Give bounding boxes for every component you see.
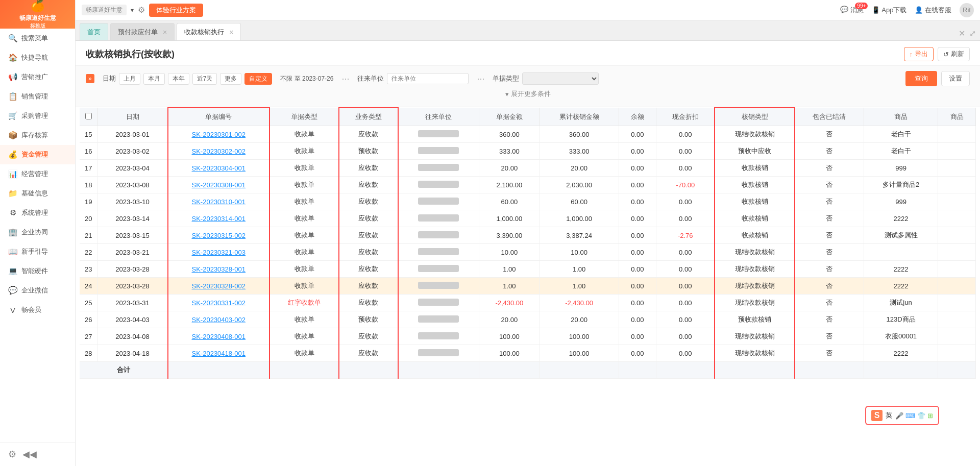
th-verified[interactable]: 累计核销金额 bbox=[540, 108, 619, 126]
sidebar-item-finance[interactable]: 💰资金管理 bbox=[0, 145, 75, 164]
table-row[interactable]: 21 2023-03-15 SK-20230315-002 收款单 应收款 3,… bbox=[80, 227, 976, 244]
cell-bill-no[interactable]: SK-20230328-001 bbox=[168, 261, 270, 278]
tab-payment-close[interactable]: × bbox=[229, 28, 233, 36]
collapse-icon[interactable]: ◀◀ bbox=[22, 449, 37, 460]
expand-filter-btn[interactable]: ▾ 展开更多条件 bbox=[505, 89, 551, 99]
cell-bill-no[interactable]: SK-20230301-002 bbox=[168, 126, 270, 143]
cell-bill-no[interactable]: SK-20230408-001 bbox=[168, 328, 270, 345]
th-bill-no[interactable]: 单据编号 bbox=[168, 108, 270, 126]
cell-bill-no[interactable]: SK-20230403-002 bbox=[168, 311, 270, 328]
online-service-btn[interactable]: 👤 在线客服 bbox=[915, 6, 951, 15]
date-btn-7days[interactable]: 近7天 bbox=[192, 73, 217, 85]
sidebar-item-enterprise[interactable]: 🏢企业协同 bbox=[0, 223, 75, 242]
export-button[interactable]: ↑ 导出 bbox=[904, 47, 934, 61]
setting-button[interactable]: 设置 bbox=[941, 71, 970, 86]
logo-sub: 标推版 bbox=[30, 22, 45, 30]
sidebar-item-operations[interactable]: 📊经营管理 bbox=[0, 164, 75, 184]
th-product[interactable]: 商品 bbox=[864, 108, 938, 126]
table-row[interactable]: 19 2023-03-10 SK-20230310-001 收款单 应收款 60… bbox=[80, 193, 976, 210]
date-btn-more[interactable]: 更多 bbox=[220, 73, 241, 85]
window-expand-icon[interactable]: ⤢ bbox=[969, 29, 976, 38]
sidebar-item-quicknav[interactable]: 🏠快捷导航 bbox=[0, 48, 75, 67]
table-row[interactable]: 27 2023-04-08 SK-20230408-001 收款单 应收款 10… bbox=[80, 328, 976, 345]
th-amount[interactable]: 单据金额 bbox=[479, 108, 540, 126]
tab-prepay-close[interactable]: × bbox=[163, 28, 167, 36]
tab-prepay[interactable]: 预付款应付单 × bbox=[110, 23, 175, 40]
tab-payment[interactable]: 收款核销执行 × bbox=[177, 23, 241, 40]
table-row[interactable]: 16 2023-03-02 SK-20230302-002 收款单 预收款 33… bbox=[80, 143, 976, 160]
cell-bill-no[interactable]: SK-20230304-001 bbox=[168, 160, 270, 177]
th-biz-type[interactable]: 业务类型 bbox=[339, 108, 398, 126]
cell-verified: 100.00 bbox=[540, 345, 619, 362]
table-row[interactable]: 20 2023-03-14 SK-20230314-001 收款单 应收款 1,… bbox=[80, 210, 976, 227]
cell-bill-no[interactable]: SK-20230315-002 bbox=[168, 227, 270, 244]
footer-discount bbox=[656, 362, 715, 379]
cell-bill-no[interactable]: SK-20230302-002 bbox=[168, 143, 270, 160]
tab-home[interactable]: 首页 bbox=[80, 23, 108, 40]
sidebar-icon-guide: 📖 bbox=[8, 247, 17, 256]
sidebar-item-search[interactable]: 🔍搜索菜单 bbox=[0, 29, 75, 48]
sidebar-item-guide[interactable]: 📖新手引导 bbox=[0, 242, 75, 261]
table-row[interactable]: 17 2023-03-04 SK-20230304-001 收款单 应收款 20… bbox=[80, 160, 976, 177]
sidebar-item-hardware[interactable]: 💻智能硬件 bbox=[0, 261, 75, 281]
th-product2[interactable]: 商品 bbox=[938, 108, 976, 126]
cell-product bbox=[864, 244, 938, 261]
table-row[interactable]: 18 2023-03-08 SK-20230308-001 收款单 应收款 2,… bbox=[80, 177, 976, 193]
sidebar-item-inventory[interactable]: 📦库存核算 bbox=[0, 126, 75, 145]
filter-unit-input[interactable] bbox=[387, 73, 469, 84]
table-row[interactable]: 23 2023-03-28 SK-20230328-001 收款单 应收款 1.… bbox=[80, 261, 976, 278]
message-wrap[interactable]: 💬 消息 99+ bbox=[840, 6, 864, 15]
th-discount[interactable]: 现金折扣 bbox=[656, 108, 715, 126]
cell-bill-no[interactable]: SK-20230331-002 bbox=[168, 295, 270, 311]
topnav-dropdown[interactable]: ▾ bbox=[131, 7, 134, 14]
cell-bill-no[interactable]: SK-20230308-001 bbox=[168, 177, 270, 193]
cell-verify-type: 现结收款核销 bbox=[715, 345, 794, 362]
refresh-button[interactable]: ↺ 刷新 bbox=[938, 47, 970, 61]
cell-balance: 0.00 bbox=[619, 295, 656, 311]
cell-bill-no[interactable]: SK-20230418-001 bbox=[168, 345, 270, 362]
date-btn-this-month[interactable]: 本月 bbox=[143, 73, 165, 85]
settings-icon[interactable]: ⚙ bbox=[8, 449, 16, 460]
filter-receipt-select[interactable] bbox=[522, 72, 599, 85]
cell-discount: 0.00 bbox=[656, 244, 715, 261]
date-btn-prev-month[interactable]: 上月 bbox=[119, 73, 140, 85]
table-row[interactable]: 26 2023-04-03 SK-20230403-002 收款单 预收款 20… bbox=[80, 311, 976, 328]
cell-bill-no[interactable]: SK-20230321-003 bbox=[168, 244, 270, 261]
table-row[interactable]: 22 2023-03-21 SK-20230321-003 收款单 应收款 10… bbox=[80, 244, 976, 261]
filter-toggle[interactable]: » bbox=[86, 74, 94, 83]
table-row[interactable]: 15 2023-03-01 SK-20230301-002 收款单 应收款 36… bbox=[80, 126, 976, 143]
filter-date: 日期 上月 本月 本年 近7天 更多 自定义 bbox=[103, 73, 273, 85]
table-row[interactable]: 28 2023-04-18 SK-20230418-001 收款单 应收款 10… bbox=[80, 345, 976, 362]
sidebar-item-basics[interactable]: 📁基础信息 bbox=[0, 184, 75, 203]
query-button[interactable]: 查询 bbox=[905, 71, 937, 86]
solution-button[interactable]: 体验行业方案 bbox=[149, 4, 203, 17]
cell-bill-no[interactable]: SK-20230314-001 bbox=[168, 210, 270, 227]
th-included[interactable]: 包含已结清 bbox=[795, 108, 864, 126]
topnav-logo-area: 畅康道好生意 ▾ ⚙ bbox=[82, 5, 145, 15]
table-row[interactable]: 24 2023-03-28 SK-20230328-002 收款单 应收款 1.… bbox=[80, 278, 976, 295]
th-bill-type[interactable]: 单据类型 bbox=[270, 108, 339, 126]
sidebar-item-wechat[interactable]: 💬企业微信 bbox=[0, 281, 75, 300]
date-btn-custom[interactable]: 自定义 bbox=[244, 73, 272, 85]
cell-bill-no[interactable]: SK-20230310-001 bbox=[168, 193, 270, 210]
cell-amount: 3,390.00 bbox=[479, 227, 540, 244]
select-all-checkbox[interactable] bbox=[85, 113, 92, 119]
user-avatar[interactable]: Rit bbox=[960, 3, 974, 17]
sidebar-item-system[interactable]: ⚙系统管理 bbox=[0, 203, 75, 223]
window-close-icon[interactable]: ✕ bbox=[959, 29, 965, 38]
sidebar-item-sales[interactable]: 📋销售管理 bbox=[0, 87, 75, 106]
table-row[interactable]: 25 2023-03-31 SK-20230331-002 红字收款单 应收款 … bbox=[80, 295, 976, 311]
cell-date: 2023-03-31 bbox=[97, 295, 168, 311]
app-download-btn[interactable]: 📱 App下载 bbox=[872, 6, 906, 15]
th-verify-type[interactable]: 核销类型 bbox=[715, 108, 794, 126]
th-date[interactable]: 日期 bbox=[97, 108, 168, 126]
th-partner[interactable]: 往来单位 bbox=[398, 108, 479, 126]
cell-bill-no[interactable]: SK-20230328-002 bbox=[168, 278, 270, 295]
sidebar-item-purchase[interactable]: 🛒采购管理 bbox=[0, 106, 75, 126]
sidebar-item-marketing[interactable]: 📢营销推广 bbox=[0, 67, 75, 87]
date-btn-this-year[interactable]: 本年 bbox=[168, 73, 189, 85]
th-balance[interactable]: 余额 bbox=[619, 108, 656, 126]
topnav-gear-icon[interactable]: ⚙ bbox=[138, 5, 145, 15]
cell-verify-type: 收款核销 bbox=[715, 210, 794, 227]
sidebar-item-member[interactable]: V畅会员 bbox=[0, 300, 75, 320]
